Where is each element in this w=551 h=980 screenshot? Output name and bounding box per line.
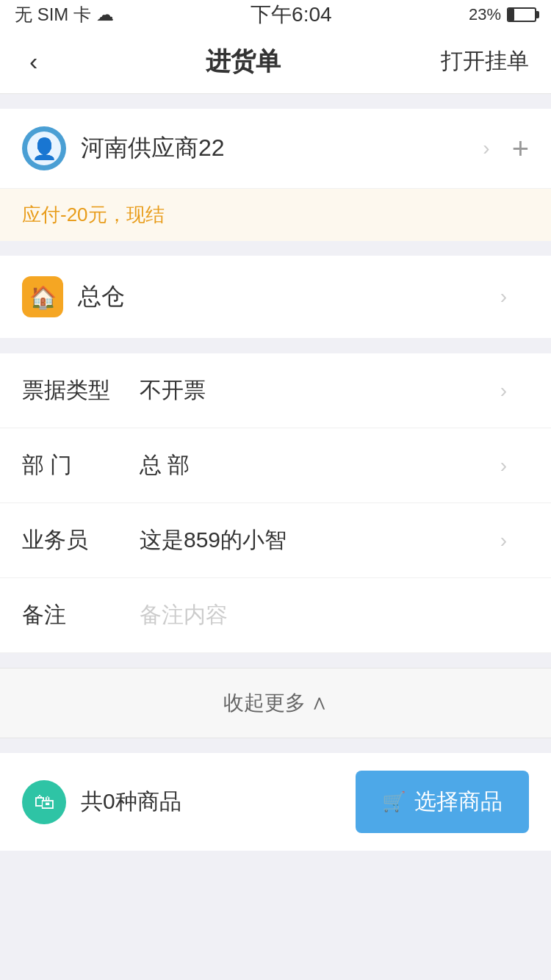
warehouse-row[interactable]: 🏠 总仓 ›	[0, 256, 551, 339]
person-icon: 👤	[32, 137, 57, 161]
salesperson-chevron-icon: ›	[500, 529, 507, 552]
department-row[interactable]: 部 门 总 部 ›	[0, 428, 551, 503]
house-icon: 🏠	[29, 284, 57, 310]
supplier-section: 👤 河南供应商22 › + 应付-20元，现结	[0, 109, 551, 241]
status-bar: 无 SIM 卡 ☁ 下午6:04 23%	[0, 0, 551, 29]
section-divider-1	[0, 94, 551, 109]
select-product-label: 选择商品	[414, 787, 503, 817]
gray-background-area	[0, 851, 551, 980]
supplier-avatar: 👤	[22, 126, 66, 170]
supplier-row[interactable]: 👤 河南供应商22 › +	[0, 109, 551, 189]
supplier-name: 河南供应商22	[81, 132, 483, 165]
invoice-type-value: 不开票	[140, 375, 500, 406]
supplier-chevron-icon: ›	[483, 137, 489, 160]
salesperson-label: 业务员	[22, 525, 140, 555]
invoice-type-row[interactable]: 票据类型 不开票 ›	[0, 353, 551, 428]
battery-percent: 23%	[469, 5, 501, 24]
salesperson-row[interactable]: 业务员 这是859的小智 ›	[0, 503, 551, 578]
battery-icon	[507, 7, 536, 22]
remark-row[interactable]: 备注 备注内容	[0, 578, 551, 653]
remark-label: 备注	[22, 600, 140, 630]
nav-bar: ‹ 进货单 打开挂单	[0, 29, 551, 94]
department-label: 部 门	[22, 450, 140, 480]
status-right: 23%	[469, 5, 536, 24]
signal-text: 无 SIM 卡 ☁	[15, 3, 114, 26]
warehouse-name: 总仓	[78, 281, 500, 313]
status-left: 无 SIM 卡 ☁	[15, 3, 114, 26]
warehouse-chevron-icon: ›	[500, 285, 507, 309]
product-icon-wrap: 🛍	[22, 780, 66, 824]
collapse-more-section[interactable]: 收起更多 ∧	[0, 668, 551, 738]
open-pending-button[interactable]: 打开挂单	[441, 46, 529, 76]
department-value: 总 部	[140, 450, 500, 480]
warehouse-icon-wrap: 🏠	[22, 276, 63, 317]
invoice-type-label: 票据类型	[22, 375, 140, 406]
page-title: 进货单	[206, 45, 281, 79]
add-supplier-button[interactable]: +	[512, 132, 529, 165]
select-product-button[interactable]: 🛒 选择商品	[356, 771, 529, 833]
products-bar: 🛍 共0种商品 🛒 选择商品	[0, 753, 551, 851]
remark-input[interactable]: 备注内容	[140, 600, 529, 630]
invoice-type-chevron-icon: ›	[500, 379, 507, 403]
department-chevron-icon: ›	[500, 454, 507, 478]
avatar-inner: 👤	[27, 131, 61, 165]
select-product-icon: 🛒	[382, 790, 406, 813]
salesperson-value: 这是859的小智	[140, 525, 500, 555]
form-section: 票据类型 不开票 › 部 门 总 部 › 业务员 这是859的小智 › 备注 备…	[0, 353, 551, 653]
status-time: 下午6:04	[251, 1, 332, 29]
back-button[interactable]: ‹	[22, 40, 45, 83]
payment-notice: 应付-20元，现结	[0, 189, 551, 241]
product-count-label: 共0种商品	[81, 787, 356, 817]
collapse-more-label: 收起更多 ∧	[223, 689, 328, 717]
cart-icon: 🛍	[34, 790, 54, 814]
